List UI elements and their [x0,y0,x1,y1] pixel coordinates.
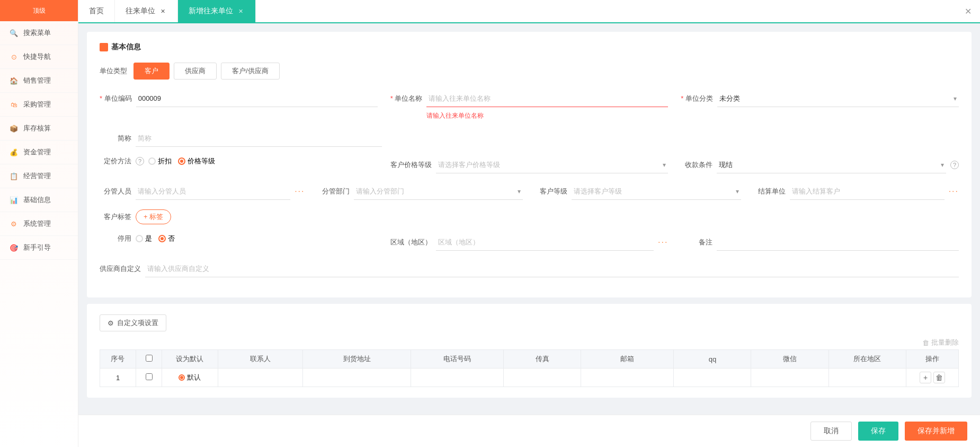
sidebar-item-guide[interactable]: 🎯 新手引导 [0,236,78,260]
supplier-custom-input[interactable] [145,260,959,277]
pricing-method-group: 定价方法 ? 折扣 价格等级 [100,156,378,166]
select-all-checkbox[interactable] [146,355,153,362]
manager-input[interactable] [136,183,290,200]
phone-input[interactable] [431,374,484,382]
radio-no[interactable]: 否 [158,234,175,243]
wechat-input[interactable] [769,374,811,382]
unit-category-select[interactable]: 未分类 ▾ [717,90,959,107]
region-row-input[interactable] [846,374,888,382]
unit-name-label: 单位名称 [390,94,423,103]
basic-icon: 📊 [8,195,19,205]
add-row-button[interactable]: + [920,372,931,383]
chevron-down-icon: ▾ [518,188,521,195]
radio-yes[interactable]: 是 [136,234,152,243]
form-area: 基本信息 单位类型 客户 供应商 客户/供应商 单位编码 [78,23,980,415]
region-more-icon[interactable]: ··· [658,238,668,247]
customer-level-group: 客户等级 请选择客户等级 ▾ [536,183,741,200]
default-radio-label[interactable]: 默认 [167,373,212,382]
sidebar-item-label: 资金管理 [23,147,51,157]
region-group: 区域（地区） ··· [390,234,669,251]
inventory-icon: 📦 [8,123,19,134]
sidebar-item-search[interactable]: 🔍 搜索菜单 [0,21,78,45]
department-select[interactable]: 请输入分管部门 ▾ [354,183,523,200]
radio-no-circle [158,235,166,242]
disabled-group: 停用 是 否 [100,234,378,243]
close-new-partner-tab[interactable]: ✕ [236,7,245,15]
unit-type-label: 单位类型 [100,66,127,76]
sidebar-item-sales[interactable]: 🏠 销售管理 [0,69,78,93]
cancel-button[interactable]: 取消 [810,422,852,441]
supplier-custom-group: 供应商自定义 [100,260,959,277]
contact-input[interactable] [237,374,284,382]
manager-group: 分管人员 ··· [100,183,305,200]
col-action: 操作 [906,350,958,369]
close-partners-tab[interactable]: ✕ [158,7,167,15]
unit-name-input[interactable] [426,90,668,107]
search-icon: 🔍 [8,28,19,38]
address-input[interactable] [325,374,389,382]
home-icon: ⊙ [8,51,19,62]
customer-price-level-label: 客户价格等级 [390,160,432,170]
form-row-1: 单位编码 单位名称 请输入往来单位名称 单位分类 未分类 [100,90,959,120]
section-title-icon [100,43,108,51]
payment-terms-select[interactable]: 现结 ▾ [717,156,946,173]
customer-price-level-select[interactable]: 请选择客户价格等级 ▾ [436,156,669,173]
radio-discount[interactable]: 折扣 [148,156,172,166]
save-button[interactable]: 保存 [858,422,898,441]
cell-seq: 1 [100,369,136,387]
type-btn-customer[interactable]: 客户 [133,63,170,80]
cell-email [581,369,674,387]
guide-icon: 🎯 [8,242,19,253]
delete-row-button[interactable]: 🗑 [933,372,945,383]
qq-input[interactable] [691,374,734,382]
department-group: 分管部门 请输入分管部门 ▾ [318,183,523,200]
system-icon: ⚙ [8,218,19,229]
short-name-label: 简称 [100,134,131,143]
tab-home[interactable]: 首页 [78,0,115,22]
custom-settings-button[interactable]: ⚙ 自定义项设置 [100,314,166,331]
sidebar-item-purchase[interactable]: 🛍 采购管理 [0,93,78,117]
radio-yes-circle [136,235,143,242]
disabled-radios: 是 否 [136,234,175,243]
email-input[interactable] [601,374,654,382]
sidebar-item-system[interactable]: ⚙ 系统管理 [0,212,78,236]
close-all-tabs[interactable]: ✕ [956,0,980,22]
save-new-button[interactable]: 保存并新增 [905,422,967,441]
fax-input[interactable] [521,374,564,382]
unit-category-group: 单位分类 未分类 ▾ [681,90,959,107]
settlement-more-icon[interactable]: ··· [949,187,959,196]
pricing-method-help-icon[interactable]: ? [136,157,144,165]
short-name-input[interactable] [136,130,382,147]
sidebar-item-operation[interactable]: 📋 经营管理 [0,164,78,188]
tab-partners[interactable]: 往来单位 ✕ [115,0,178,22]
row-checkbox[interactable] [146,373,153,380]
sidebar-item-finance[interactable]: 💰 资金管理 [0,141,78,164]
region-input[interactable] [436,234,654,251]
col-phone: 电话号码 [411,350,504,369]
sidebar-item-label: 经营管理 [23,171,51,181]
gear-icon: ⚙ [108,319,114,327]
radio-discount-circle [148,157,156,165]
unit-code-input[interactable] [136,90,378,107]
col-email: 邮箱 [581,350,674,369]
customer-price-level-group: 客户价格等级 请选择客户价格等级 ▾ [390,156,669,173]
type-btn-supplier[interactable]: 供应商 [174,63,217,80]
tab-new-partner[interactable]: 新增往来单位 ✕ [178,0,256,22]
sidebar-item-quick-nav[interactable]: ⊙ 快捷导航 [0,45,78,69]
settlement-label: 结算单位 [754,187,786,196]
short-name-group: 简称 [100,130,382,147]
payment-terms-help-icon[interactable]: ? [950,161,959,169]
settlement-input[interactable] [790,183,945,200]
sidebar-item-basic[interactable]: 📊 基础信息 [0,188,78,212]
sidebar-item-label: 基础信息 [23,195,51,205]
add-tag-button[interactable]: + 标签 [136,209,171,224]
remark-input[interactable] [717,234,959,251]
radio-price-level[interactable]: 价格等级 [178,156,215,166]
manager-more-icon[interactable]: ··· [295,187,305,196]
type-btn-both[interactable]: 客户/供应商 [221,63,280,80]
customer-tag-label: 客户标签 [100,212,131,222]
customer-level-select[interactable]: 请选择客户等级 ▾ [572,183,741,200]
sidebar-item-inventory[interactable]: 📦 库存核算 [0,117,78,141]
col-qq: qq [674,350,751,369]
pricing-method-label: 定价方法 [100,156,131,166]
